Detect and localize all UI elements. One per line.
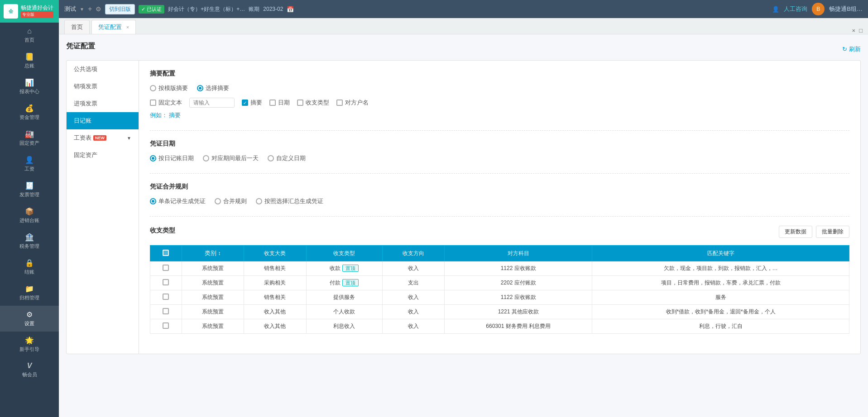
- tabbar: 首页 凭证配置 × × □: [59, 18, 868, 34]
- nav-item-journal[interactable]: 日记账: [67, 112, 139, 129]
- top-tag-1: 置顶: [342, 279, 359, 286]
- tab-home[interactable]: 首页: [64, 20, 90, 34]
- sidebar-item-guide[interactable]: 🌟 新手引导: [0, 332, 59, 357]
- radio-aggregate[interactable]: 按照选择汇总生成凭证: [256, 197, 323, 205]
- radio-select-circle: [197, 85, 203, 91]
- row-direction-2: 收入: [382, 290, 444, 305]
- page-title: 凭证配置: [66, 42, 95, 51]
- table-row: 系统预置 采购相关 付款 置顶 支出 2202 应付账款 项目，日常费用，报销款…: [150, 276, 849, 290]
- radio-journal-date[interactable]: 按日记账日期: [150, 154, 194, 162]
- th-type: 收支类型: [306, 246, 382, 261]
- row-subject-0: 1122 应收账款: [445, 261, 592, 276]
- period-value: 2023-02: [263, 6, 283, 12]
- sidebar-item-ledger[interactable]: 📒 总账: [0, 48, 59, 74]
- nav-purchase-label: 进项发票: [74, 100, 97, 108]
- sidebar-item-member[interactable]: V 畅会员: [0, 357, 59, 383]
- batch-delete-button[interactable]: 批量删除: [816, 226, 849, 238]
- sidebar-item-tax[interactable]: 🏦 税务管理: [0, 228, 59, 254]
- calendar-icon[interactable]: 📅: [287, 6, 294, 13]
- nav-journal-label: 日记账: [74, 117, 91, 125]
- nav-item-sales-invoice[interactable]: 销项发票: [67, 78, 139, 95]
- radio-last-day[interactable]: 对应期间最后一天: [203, 154, 259, 162]
- nav-payroll-label: 工资表: [74, 134, 91, 142]
- row-keywords-0: 欠款，现金，项目款，到款，报销款，汇入，…: [592, 261, 849, 276]
- old-version-button[interactable]: 切到旧版: [105, 4, 135, 14]
- checkbox-summary-label: 摘要: [250, 99, 262, 107]
- fixed-text-input[interactable]: [189, 98, 235, 108]
- nav-sales-label: 销项发票: [74, 82, 97, 90]
- table-row: 系统预置 销售相关 提供服务 收入 1122 应收账款 服务: [150, 290, 849, 305]
- topbar-dropdown-arrow[interactable]: ▼: [80, 7, 84, 12]
- checkbox-summary[interactable]: ✓ 摘要: [242, 99, 262, 107]
- radio-single-record[interactable]: 单条记录生成凭证: [150, 197, 206, 205]
- close-accounts-icon: 🔒: [25, 259, 34, 267]
- sidebar-item-close-accounts[interactable]: 🔒 结账: [0, 254, 59, 280]
- th-major: 收支大类: [244, 246, 306, 261]
- window-close-icon[interactable]: ×: [852, 27, 856, 34]
- sidebar-item-salary[interactable]: 👤 工资: [0, 151, 59, 177]
- row-subject-1: 2202 应付账款: [445, 276, 592, 290]
- top-tag-0: 置顶: [342, 265, 359, 272]
- nav-item-public[interactable]: 公共选项: [67, 61, 139, 78]
- checkbox-date[interactable]: 日期: [269, 99, 290, 107]
- period-label: 账期: [249, 5, 259, 13]
- row-keywords-1: 项目，日常费用，报销款，车费，承兑汇票，付款: [592, 276, 849, 290]
- date-radio-group: 按日记账日期 对应期间最后一天 自定义日期: [150, 154, 849, 162]
- tab-home-label: 首页: [71, 24, 83, 30]
- th-direction: 收支方向: [382, 246, 444, 261]
- config-panel: 公共选项 销项发票 进项发票 日记账 工资表 NEW ▼ 固定资产: [66, 60, 861, 354]
- nav-item-fixed-assets[interactable]: 固定资产: [67, 147, 139, 164]
- payroll-arrow-icon: ▼: [127, 136, 131, 141]
- merge-section: 凭证合并规则 单条记录生成凭证 合并规则 按照选择汇总生成凭证: [150, 183, 849, 205]
- radio-custom-date[interactable]: 自定义日期: [268, 154, 306, 162]
- topbar: 测试 ▼ + ⚙ 切到旧版 ✓ 已认证 好会计（专）+好生意（标）+… 账期 2…: [59, 0, 868, 18]
- table-row: 系统预置 收入其他 个人收款 收入 1221 其他应收款 收到*借款，收到*备用…: [150, 305, 849, 319]
- consult-label[interactable]: 人工咨询: [784, 5, 807, 13]
- row-checkbox-3[interactable]: [150, 305, 182, 319]
- nav-fixed-label: 固定资产: [74, 151, 97, 159]
- checkbox-income-type[interactable]: 收支类型: [297, 99, 329, 107]
- checkbox-fixed-text[interactable]: 固定文本: [150, 99, 182, 107]
- sidebar-item-settings[interactable]: ⚙ 设置: [0, 306, 59, 332]
- radio-template-summary[interactable]: 按模版摘要: [150, 84, 188, 92]
- nav-item-purchase-invoice[interactable]: 进项发票: [67, 95, 139, 112]
- row-checkbox-0[interactable]: [150, 261, 182, 276]
- sidebar-item-home[interactable]: ⌂ 首页: [0, 23, 59, 48]
- sidebar-item-purchase[interactable]: 📦 进销台账: [0, 203, 59, 228]
- refresh-button[interactable]: ↻ 刷新: [842, 45, 861, 53]
- window-maximize-icon[interactable]: □: [859, 27, 863, 34]
- topbar-settings-icon[interactable]: ⚙: [96, 5, 101, 13]
- row-direction-4: 收入: [382, 319, 444, 334]
- tabbar-right: × □: [852, 27, 863, 34]
- nav-item-payroll[interactable]: 工资表 NEW ▼: [67, 129, 139, 147]
- row-category-2: 系统预置: [182, 290, 244, 305]
- radio-merge-rule[interactable]: 合并规则: [215, 197, 247, 205]
- radio-select-summary[interactable]: 选择摘要: [197, 84, 229, 92]
- sidebar-item-invoice[interactable]: 🧾 发票管理: [0, 177, 59, 203]
- date-title: 凭证日期: [150, 140, 849, 148]
- update-data-button[interactable]: 更新数据: [779, 226, 812, 238]
- sidebar-item-assets[interactable]: 🏭 固定资产: [0, 125, 59, 151]
- table-row: 系统预置 收入其他 利息收入 收入 660301 财务费用 利息费用 利息，行驶…: [150, 319, 849, 334]
- th-checkbox[interactable]: [150, 246, 182, 261]
- tab-close-icon[interactable]: ×: [126, 24, 129, 30]
- row-checkbox-4[interactable]: [150, 319, 182, 334]
- merge-title: 凭证合并规则: [150, 183, 849, 191]
- checkbox-fixed-label: 固定文本: [158, 99, 182, 107]
- row-checkbox-1[interactable]: [150, 276, 182, 290]
- radio-journal-date-label: 按日记账日期: [158, 154, 194, 162]
- topbar-add-icon[interactable]: +: [88, 5, 92, 13]
- divider-1: [150, 130, 849, 131]
- row-direction-0: 收入: [382, 261, 444, 276]
- sidebar-item-reports[interactable]: 📊 报表中心: [0, 74, 59, 100]
- sidebar-item-archive[interactable]: 📁 归档管理: [0, 280, 59, 306]
- summary-radio-group: 按模版摘要 选择摘要: [150, 84, 849, 92]
- radio-merge-label: 合并规则: [223, 197, 247, 205]
- sidebar-item-finance[interactable]: 💰 资金管理: [0, 100, 59, 125]
- finance-icon: 💰: [25, 104, 34, 113]
- checkbox-counterparty[interactable]: 对方户名: [336, 99, 369, 107]
- purchase-icon: 📦: [25, 207, 34, 216]
- tab-voucher-config[interactable]: 凭证配置 ×: [91, 20, 136, 34]
- radio-template-circle: [150, 85, 156, 91]
- row-checkbox-2[interactable]: [150, 290, 182, 305]
